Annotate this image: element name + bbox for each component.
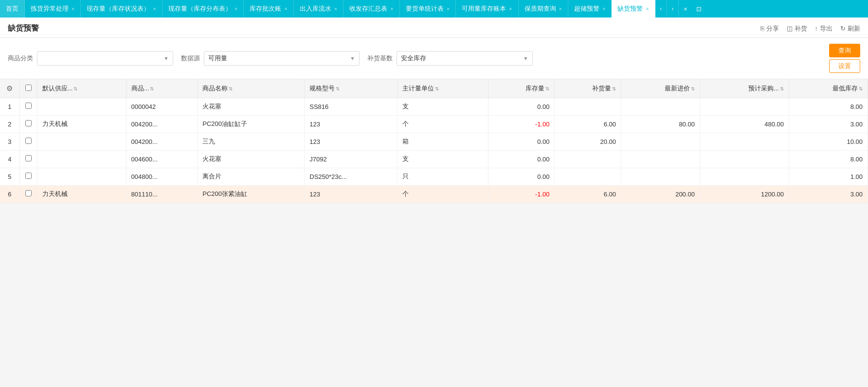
unit-cell: 个 xyxy=(397,115,488,133)
replenish-button[interactable]: ◫ 补货 xyxy=(787,24,807,33)
est-purchase-cell: 1200.00 xyxy=(700,185,789,203)
table-row: 2 力天机械 004200... PC200油缸缸子 123 个 -1.00 6… xyxy=(0,115,868,133)
datasource-filter-group: 数据源 可用量 ▼ xyxy=(181,51,360,66)
stock-cell: 0.00 xyxy=(488,98,555,115)
close-icon[interactable]: × xyxy=(646,6,649,12)
table-row: 6 力天机械 801110... PC200张紧油缸 123 个 -1.00 6… xyxy=(0,185,868,203)
row-checkbox[interactable] xyxy=(25,120,32,126)
product-code-cell: 004600... xyxy=(126,150,198,168)
row-checkbox[interactable] xyxy=(25,173,32,179)
latest-price-cell xyxy=(621,168,700,185)
stock-cell: -1.00 xyxy=(488,115,555,133)
product-code-col-header[interactable]: 商品...⇅ xyxy=(126,79,198,98)
product-code-cell: 801110... xyxy=(126,185,198,203)
close-icon[interactable]: × xyxy=(72,6,74,12)
datasource-select[interactable]: 可用量 ▼ xyxy=(204,51,360,66)
min-stock-col-header[interactable]: 最低库存⇅ xyxy=(789,79,868,98)
nav-tab-order-stat[interactable]: 要货单统计表 × xyxy=(400,0,456,18)
sort-icon: ⇅ xyxy=(435,86,439,91)
row-checkbox-cell[interactable] xyxy=(19,168,37,185)
nav-tab-inout-flow[interactable]: 出入库流水 × xyxy=(294,0,344,18)
nav-tab-expiry[interactable]: 保质期查询 × xyxy=(519,0,568,18)
nav-tab-batch-account[interactable]: 库存批次账 × xyxy=(244,0,293,18)
chevron-down-icon: ▼ xyxy=(350,55,355,61)
product-name-cell: 三九 xyxy=(198,133,305,150)
spec-cell: DS250*23c... xyxy=(305,168,397,185)
window-close-btn[interactable]: × xyxy=(679,0,692,18)
default-supplier-cell xyxy=(37,98,126,115)
est-purchase-cell xyxy=(700,98,789,115)
close-icon[interactable]: × xyxy=(509,6,512,12)
row-checkbox-cell[interactable] xyxy=(19,185,37,203)
sort-icon: ⇅ xyxy=(73,86,77,91)
share-icon: ⎘ xyxy=(760,25,764,32)
row-checkbox[interactable] xyxy=(25,190,32,196)
product-name-cell: PC200油缸缸子 xyxy=(198,115,305,133)
query-button[interactable]: 查询 xyxy=(829,44,860,57)
product-name-col-header[interactable]: 商品名称⇅ xyxy=(198,79,305,98)
check-col-header[interactable] xyxy=(19,79,37,98)
setting-button[interactable]: 设置 xyxy=(829,59,860,73)
unit-cell: 个 xyxy=(397,185,488,203)
product-code-cell: 004200... xyxy=(126,133,198,150)
category-label: 商品分类 xyxy=(8,54,33,63)
window-max-btn[interactable]: ⊡ xyxy=(692,0,706,18)
replenish-icon: ◫ xyxy=(787,25,793,32)
nav-tab-recv-summary[interactable]: 收发存汇总表 × xyxy=(344,0,399,18)
nav-tab-inventory-status[interactable]: 现存量（库存状况表） × xyxy=(81,0,162,18)
unit-cell: 箱 xyxy=(397,133,488,150)
close-icon[interactable]: × xyxy=(235,6,237,12)
close-icon[interactable]: × xyxy=(284,6,287,12)
replenish-qty-col-header[interactable]: 补货量⇅ xyxy=(555,79,621,98)
nav-tab-available-ledger[interactable]: 可用量库存账本 × xyxy=(456,0,518,18)
row-checkbox[interactable] xyxy=(25,138,32,144)
close-icon[interactable]: × xyxy=(153,6,156,12)
close-icon[interactable]: × xyxy=(334,6,337,12)
close-icon[interactable]: × xyxy=(390,6,393,12)
unit-cell: 支 xyxy=(397,150,488,168)
row-checkbox-cell[interactable] xyxy=(19,115,37,133)
latest-price-col-header[interactable]: 最新进价⇅ xyxy=(621,79,700,98)
close-icon[interactable]: × xyxy=(559,6,562,12)
close-icon[interactable]: × xyxy=(447,6,450,12)
row-checkbox[interactable] xyxy=(25,155,32,161)
tab-label: 收发存汇总表 xyxy=(349,4,387,13)
top-nav: 首页 拣货异常处理 × 现存量（库存状况表） × 现存量（库存分布表） × 库存… xyxy=(0,0,868,18)
tab-label: 缺货预警 xyxy=(617,4,643,13)
sort-icon: ⇅ xyxy=(150,86,154,91)
row-checkbox[interactable] xyxy=(25,103,32,109)
settings-col-header[interactable]: ⚙ xyxy=(0,79,19,98)
est-purchase-cell xyxy=(700,168,789,185)
gear-icon[interactable]: ⚙ xyxy=(6,84,13,92)
min-stock-cell: 3.00 xyxy=(789,185,868,203)
nav-tab-home[interactable]: 首页 xyxy=(0,0,25,18)
tab-label: 保质期查询 xyxy=(524,4,556,13)
spec-cell: J7092 xyxy=(305,150,397,168)
product-name-cell: 火花塞 xyxy=(198,98,305,115)
replenish-qty-cell xyxy=(555,168,621,185)
nav-tab-shortage[interactable]: 缺货预警 × xyxy=(612,0,655,18)
nav-next-arrow[interactable]: › xyxy=(667,0,679,18)
table-container: ⚙ 默认供应...⇅ 商品...⇅ 商品名称⇅ 规格型号⇅ 主 xyxy=(0,79,868,203)
close-icon[interactable]: × xyxy=(602,6,605,12)
spec-col-header[interactable]: 规格型号⇅ xyxy=(305,79,397,98)
share-button[interactable]: ⎘ 分享 xyxy=(760,24,779,33)
data-table: ⚙ 默认供应...⇅ 商品...⇅ 商品名称⇅ 规格型号⇅ 主 xyxy=(0,79,868,203)
default-supplier-col-header[interactable]: 默认供应...⇅ xyxy=(37,79,126,98)
category-select[interactable]: ▼ xyxy=(37,51,173,66)
select-all-checkbox[interactable] xyxy=(25,85,32,91)
row-checkbox-cell[interactable] xyxy=(19,150,37,168)
est-purchase-col-header[interactable]: 预计采购...⇅ xyxy=(700,79,789,98)
row-checkbox-cell[interactable] xyxy=(19,133,37,150)
nav-prev-arrow[interactable]: ‹ xyxy=(655,0,667,18)
tab-label: 库存批次账 xyxy=(250,4,281,13)
refresh-button[interactable]: ↻ 刷新 xyxy=(840,24,860,33)
nav-tab-inventory-dist[interactable]: 现存量（库存分布表） × xyxy=(163,0,244,18)
row-checkbox-cell[interactable] xyxy=(19,98,37,115)
nav-tab-overstock[interactable]: 超储预警 × xyxy=(568,0,612,18)
replenish-base-select[interactable]: 安全库存 ▼ xyxy=(397,51,533,66)
unit-col-header[interactable]: 主计量单位⇅ xyxy=(397,79,488,98)
nav-tab-abnormal[interactable]: 拣货异常处理 × xyxy=(25,0,81,18)
export-button[interactable]: ↑ 导出 xyxy=(815,24,833,33)
stock-col-header[interactable]: 库存量⇅ xyxy=(488,79,555,98)
